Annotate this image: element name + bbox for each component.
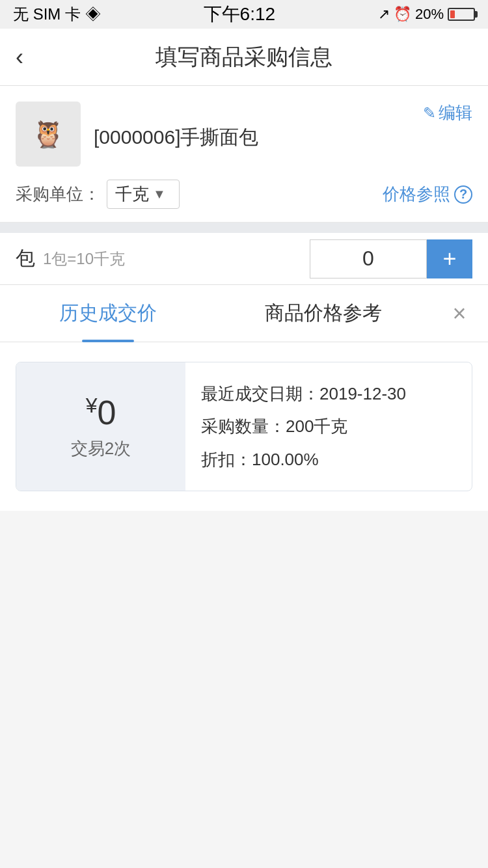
discount-label: 折扣：: [201, 450, 252, 469]
discount-row: 折扣：100.00%: [201, 448, 456, 471]
package-label: 包: [16, 245, 35, 272]
status-right: ↗ ⏰ 20%: [378, 6, 475, 23]
price-reference-button[interactable]: 价格参照 ?: [383, 183, 472, 206]
tab-price-ref-label: 商品价格参考: [265, 300, 382, 327]
product-image: 🦉: [16, 102, 81, 167]
battery-icon: [448, 8, 475, 21]
tab-history-label: 历史成交价: [59, 300, 157, 327]
nav-bar: ‹ 填写商品采购信息: [0, 29, 488, 86]
currency-symbol: ¥: [86, 394, 98, 417]
battery-percent: 20%: [415, 6, 444, 23]
product-left: 🦉 [0000006]手撕面包: [16, 102, 258, 167]
tabs-header: 历史成交价 商品价格参考 ×: [0, 285, 488, 342]
package-hint: 1包=10千克: [43, 249, 125, 269]
price-ref-label: 价格参照: [383, 183, 450, 206]
dropdown-arrow-icon: ▼: [153, 187, 166, 202]
price-value: 0: [97, 394, 116, 431]
status-time: 下午6:12: [204, 2, 276, 27]
purchase-qty-label: 采购数量：: [201, 416, 286, 436]
battery-fill: [450, 10, 455, 18]
history-content: ¥0 交易2次 最近成交日期：2019-12-30 采购数量：200千克 折扣：…: [0, 342, 488, 511]
history-left: ¥0 交易2次: [16, 362, 185, 491]
quantity-plus-button[interactable]: +: [427, 239, 472, 278]
tab-active-indicator: [82, 340, 134, 342]
discount-value: 100.00%: [252, 450, 319, 469]
location-icon: ↗: [378, 6, 390, 23]
recent-date-value: 2019-12-30: [319, 384, 406, 403]
unit-value: 千克: [115, 183, 149, 206]
purchase-unit-label: 采购单位：: [16, 183, 100, 206]
product-footer: 采购单位： 千克 ▼ 价格参照 ?: [16, 180, 472, 209]
tab-history-price[interactable]: 历史成交价: [0, 285, 215, 342]
purchase-qty-value: 200千克: [286, 416, 347, 436]
product-thumbnail: 🦉: [32, 119, 64, 150]
recent-date-row: 最近成交日期：2019-12-30: [201, 382, 456, 405]
tab-close-button[interactable]: ×: [431, 285, 488, 342]
trades-count: 交易2次: [71, 437, 131, 460]
status-left: 无 SIM 卡 ◈: [13, 4, 101, 25]
page-title: 填写商品采购信息: [156, 42, 332, 72]
alarm-icon: ⏰: [394, 6, 411, 23]
purchase-qty-row: 采购数量：200千克: [201, 414, 456, 438]
history-card: ¥0 交易2次 最近成交日期：2019-12-30 采购数量：200千克 折扣：…: [16, 362, 472, 491]
history-price: ¥0: [86, 393, 116, 432]
product-card: 🦉 [0000006]手撕面包 ✎ 编辑 采购单位： 千克 ▼ 价格参照 ?: [0, 86, 488, 223]
tabs-panel: 历史成交价 商品价格参考 × ¥0 交易2次 最近成交日期：2019-12-30…: [0, 285, 488, 511]
unit-dropdown[interactable]: 千克 ▼: [107, 180, 180, 209]
info-icon: ?: [454, 185, 472, 204]
bottom-space: [0, 511, 488, 868]
tab-price-reference[interactable]: 商品价格参考: [215, 285, 431, 342]
quantity-row: 包 1包=10千克 +: [0, 233, 488, 285]
status-bar: 无 SIM 卡 ◈ 下午6:12 ↗ ⏰ 20%: [0, 0, 488, 29]
section-divider: [0, 223, 488, 233]
history-right: 最近成交日期：2019-12-30 采购数量：200千克 折扣：100.00%: [185, 362, 472, 491]
recent-date-label: 最近成交日期：: [201, 384, 319, 403]
quantity-controls: +: [310, 239, 472, 278]
network-status: 无 SIM 卡 ◈: [13, 4, 101, 25]
product-header: 🦉 [0000006]手撕面包 ✎ 编辑: [16, 102, 472, 167]
edit-button[interactable]: ✎ 编辑: [423, 102, 472, 124]
edit-icon: ✎: [423, 104, 436, 122]
quantity-input[interactable]: [310, 239, 427, 278]
purchase-unit: 采购单位： 千克 ▼: [16, 180, 180, 209]
quantity-label: 包 1包=10千克: [16, 245, 125, 272]
back-button[interactable]: ‹: [16, 44, 23, 71]
product-name: [0000006]手撕面包: [94, 124, 258, 151]
